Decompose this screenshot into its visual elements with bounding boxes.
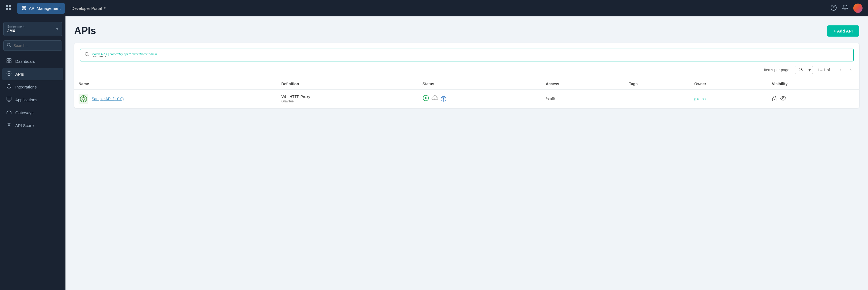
svg-rect-1	[9, 5, 11, 7]
search-bar	[80, 49, 854, 61]
visibility-lock-icon	[772, 95, 777, 103]
cell-visibility	[768, 90, 859, 108]
add-api-button[interactable]: + Add API	[827, 25, 859, 37]
api-score-icon	[6, 122, 12, 129]
sidebar-search[interactable]	[3, 40, 62, 51]
search-label: Search APIs | name:"My api *" ownerName:…	[90, 52, 158, 56]
svg-rect-3	[9, 8, 11, 10]
col-visibility: Visibility	[768, 78, 859, 90]
page-info: 1 – 1 of 1	[817, 68, 833, 72]
top-nav-right	[830, 4, 863, 13]
table-row: Sample API (1.0.0) V4 - HTTP Proxy Gravi…	[74, 90, 859, 108]
external-link-icon: ↗	[103, 6, 106, 10]
sidebar-item-api-score[interactable]: API Score	[2, 119, 63, 132]
svg-point-15	[9, 113, 9, 114]
help-icon[interactable]	[830, 4, 837, 12]
environment-selector[interactable]: Environment JMX ▾	[3, 22, 62, 36]
top-nav-left: API Management Developer Portal ↗	[5, 3, 106, 13]
svg-point-41	[774, 99, 775, 100]
col-name: Name	[74, 78, 277, 90]
svg-point-16	[85, 52, 88, 55]
sidebar-item-gateways[interactable]: Gateways	[2, 107, 63, 119]
main-content: APIs + Add API Search APIs | name:"My ap…	[65, 17, 868, 290]
bell-icon[interactable]	[842, 4, 848, 12]
access-path: /stuff/	[546, 97, 555, 101]
definition-name: V4 - HTTP Proxy	[281, 94, 414, 99]
svg-point-7	[833, 9, 834, 9]
next-page-button[interactable]: ›	[848, 66, 854, 74]
svg-rect-14	[7, 97, 11, 100]
api-mgmt-gear-icon	[21, 5, 27, 11]
search-icon	[85, 52, 90, 58]
col-tags: Tags	[625, 78, 690, 90]
status-play-icon	[423, 95, 429, 103]
api-management-label: API Management	[29, 6, 61, 11]
status-cloud-icon	[431, 95, 438, 103]
user-avatar[interactable]	[853, 4, 863, 13]
search-section: Search APIs | name:"My api *" ownerName:…	[74, 43, 859, 61]
api-management-nav-item[interactable]: API Management	[17, 3, 65, 13]
definition-sub: Gravitee	[281, 99, 414, 103]
visibility-eye-icon	[780, 96, 786, 102]
sidebar-navigation: Dashboard APIs Integrations	[0, 55, 65, 132]
search-input[interactable]	[93, 53, 849, 58]
sidebar-item-dashboard[interactable]: Dashboard	[2, 55, 63, 67]
svg-point-31	[443, 98, 444, 100]
environment-label: Environment	[7, 25, 24, 28]
environment-value: JMX	[7, 29, 24, 33]
svg-marker-29	[425, 97, 427, 99]
cell-name: Sample API (1.0.0)	[74, 90, 277, 108]
sidebar-search-icon	[7, 43, 11, 48]
svg-line-37	[444, 100, 445, 100]
col-definition: Definition	[277, 78, 418, 90]
sidebar: Environment JMX ▾	[0, 17, 65, 290]
cell-status	[418, 90, 541, 108]
cell-owner: gko-sa	[690, 90, 767, 108]
integrations-label: Integrations	[15, 85, 36, 89]
top-nav: API Management Developer Portal ↗	[0, 0, 868, 17]
svg-rect-11	[7, 61, 9, 63]
prev-page-button[interactable]: ‹	[837, 66, 843, 74]
page-title: APIs	[74, 25, 96, 37]
developer-portal-label: Developer Portal	[71, 6, 102, 11]
owner-link[interactable]: gko-sa	[694, 97, 706, 101]
gateways-icon	[6, 109, 12, 116]
apis-label: APIs	[15, 72, 24, 77]
api-name-link[interactable]: Sample API (1.0.0)	[92, 97, 124, 101]
developer-portal-link[interactable]: Developer Portal ↗	[71, 6, 106, 11]
dashboard-icon	[6, 58, 12, 65]
table-body: Sample API (1.0.0) V4 - HTTP Proxy Gravi…	[74, 90, 859, 108]
svg-rect-9	[7, 58, 9, 60]
page-header: APIs + Add API	[74, 25, 859, 37]
sidebar-item-apis[interactable]: APIs	[2, 68, 63, 80]
status-kubernetes-icon	[440, 96, 446, 102]
environment-chevron-icon: ▾	[56, 27, 58, 31]
gateways-label: Gateways	[15, 110, 34, 115]
items-per-page-select-wrapper[interactable]: 25 50 100	[795, 66, 813, 74]
pagination-bar: Items per page: 25 50 100 1 – 1 of 1 ‹ ›	[74, 61, 859, 78]
col-access: Access	[541, 78, 625, 90]
cell-definition: V4 - HTTP Proxy Gravitee	[277, 90, 418, 108]
grid-menu-icon[interactable]	[5, 5, 11, 12]
items-per-page-select[interactable]: 25 50 100	[795, 66, 813, 74]
items-per-page-label: Items per page:	[764, 68, 790, 72]
table-header: Name Definition Status Access Tags Owner…	[74, 78, 859, 90]
sidebar-item-integrations[interactable]: Integrations	[2, 81, 63, 93]
col-status: Status	[418, 78, 541, 90]
svg-point-42	[782, 97, 784, 99]
dashboard-label: Dashboard	[15, 59, 35, 64]
svg-rect-10	[9, 58, 11, 60]
body-layout: Environment JMX ▾	[0, 17, 868, 290]
svg-line-36	[442, 97, 443, 98]
sidebar-search-input[interactable]	[13, 44, 61, 48]
apis-table-card: Search APIs | name:"My api *" ownerName:…	[74, 43, 859, 108]
svg-point-4	[23, 7, 25, 9]
svg-rect-2	[6, 8, 8, 10]
svg-line-38	[444, 97, 445, 98]
api-logo-icon	[79, 94, 88, 104]
integrations-icon	[6, 84, 12, 90]
sidebar-item-applications[interactable]: Applications	[2, 94, 63, 106]
svg-rect-12	[9, 61, 11, 63]
cell-access: /stuff/	[541, 90, 625, 108]
apis-table: Name Definition Status Access Tags Owner…	[74, 78, 859, 108]
